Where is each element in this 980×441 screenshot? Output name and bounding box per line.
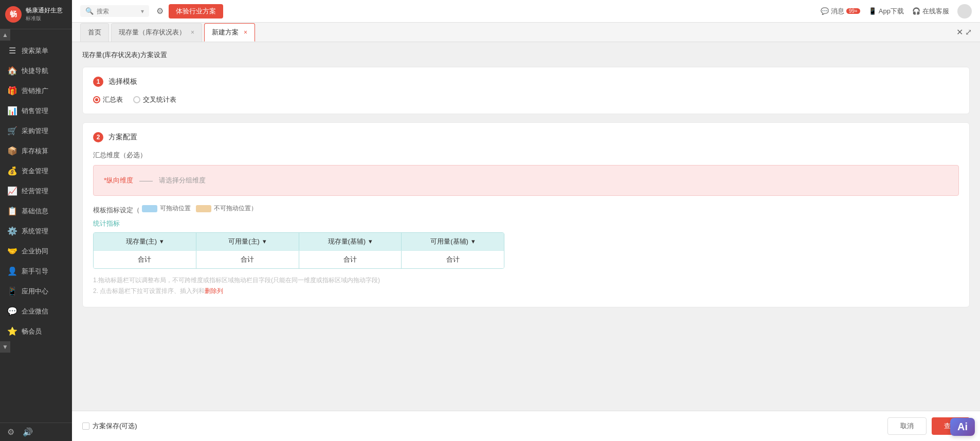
col-dropdown-2[interactable]: ▾: [369, 237, 372, 245]
radio-cross[interactable]: 交叉统计表: [133, 95, 176, 104]
search-input[interactable]: [97, 8, 138, 15]
sidebar-item-newcomer[interactable]: 👤 新手引导: [0, 261, 72, 281]
stat-table: 现存量(主) ▾ 可用量(主) ▾ 现存量(基辅) ▾ 可用量(基辅) ▾: [93, 232, 504, 269]
col-header-0[interactable]: 现存量(主) ▾: [94, 233, 196, 250]
tab-inventory[interactable]: 现存量（库存状况表） ×: [111, 23, 202, 42]
tab-new-scheme[interactable]: 新建方案 ×: [204, 23, 255, 42]
trial-button[interactable]: 体验行业方案: [169, 4, 223, 19]
system-icon: ⚙️: [7, 226, 17, 236]
dimension-placeholder: 请选择分组维度: [159, 176, 206, 185]
radio-summary[interactable]: 汇总表: [93, 95, 123, 104]
col-header-1[interactable]: 可用量(主) ▾: [196, 233, 299, 250]
app-download-item[interactable]: 📱 App下载: [868, 7, 904, 16]
sidebar-item-app-center[interactable]: 📱 应用中心: [0, 281, 72, 301]
sidebar-item-sales[interactable]: 📊 销售管理: [0, 101, 72, 121]
cell-2: 合计: [299, 251, 402, 268]
sidebar-item-system[interactable]: ⚙️ 系统管理: [0, 221, 72, 241]
online-service-label: 在线客服: [922, 7, 949, 16]
chevron-down-icon[interactable]: ▾: [141, 8, 144, 15]
topbar: 🔍 ▾ ⚙ 体验行业方案 💬 消息 99+ 📱 App下载 🎧 在线客服: [72, 0, 980, 23]
newcomer-icon: 👤: [7, 266, 17, 276]
sidebar-scroll-up[interactable]: ▲: [0, 29, 10, 41]
expand-icon[interactable]: ✕: [956, 27, 963, 37]
ai-badge-label: Ai: [957, 421, 968, 432]
cancel-button[interactable]: 取消: [887, 417, 927, 435]
col-label-3: 可用量(基辅): [430, 237, 468, 246]
sidebar-item-basic-info[interactable]: 📋 基础信息: [0, 201, 72, 221]
sidebar-label-enterprise: 企业协同: [22, 247, 48, 256]
sidebar-label-app-center: 应用中心: [22, 287, 48, 296]
sidebar-item-member[interactable]: ⭐ 畅会员: [0, 321, 72, 341]
sidebar-item-enterprise[interactable]: 🤝 企业协同: [0, 241, 72, 261]
sidebar-label-newcomer: 新手引导: [22, 267, 48, 276]
cell-0: 合计: [94, 251, 196, 268]
checkbox-box[interactable]: [82, 422, 89, 430]
sidebar-item-quick-nav[interactable]: 🏠 快捷导航: [0, 61, 72, 81]
ai-badge[interactable]: Ai: [950, 418, 975, 436]
sidebar-item-purchase[interactable]: 🛒 采购管理: [0, 121, 72, 141]
save-checkbox[interactable]: 方案保存(可选): [82, 421, 137, 431]
search-menu-icon: ☰: [7, 46, 17, 56]
step2-card: 2 方案配置 汇总维度（必选） *纵向维度 —— 请选择分组维度 模板指标设定（…: [82, 122, 970, 307]
col-label-2: 现存量(基辅): [328, 237, 366, 246]
user-avatar[interactable]: [957, 4, 972, 19]
app-center-icon: 📱: [7, 286, 17, 296]
app-download-label: App下载: [879, 7, 904, 16]
online-service-item[interactable]: 🎧 在线客服: [912, 7, 949, 16]
col-dropdown-3[interactable]: ▾: [471, 237, 475, 245]
sales-icon: 📊: [7, 106, 17, 116]
indicator-setting-label: 模板指标设定（ 可拖动位置 不可拖动位置）: [93, 204, 959, 215]
sidebar-item-marketing[interactable]: 🎁 营销推广: [0, 81, 72, 101]
draggable-legend-item: 可拖动位置: [142, 204, 191, 213]
tab-home[interactable]: 首页: [80, 23, 109, 42]
step2-number: 2: [93, 132, 103, 142]
sidebar-item-wecom[interactable]: 💬 企业微信: [0, 301, 72, 321]
sidebar-bottom: ⚙ 🔊: [0, 422, 72, 441]
sidebar-scroll-down[interactable]: ▼: [0, 341, 10, 353]
close-new-scheme-tab[interactable]: ×: [244, 29, 247, 36]
cell-value-3: 合计: [446, 255, 460, 264]
topbar-search[interactable]: 🔍 ▾: [80, 5, 149, 17]
sidebar-item-finance[interactable]: 💰 资金管理: [0, 161, 72, 181]
save-checkbox-label: 方案保存(可选): [93, 421, 137, 431]
sidebar-item-inventory[interactable]: 📦 库存核算: [0, 141, 72, 161]
marketing-icon: 🎁: [7, 86, 17, 96]
settings-icon[interactable]: ⚙: [7, 427, 14, 437]
col-header-3[interactable]: 可用量(基辅) ▾: [402, 233, 504, 250]
radio-cross-label: 交叉统计表: [143, 95, 176, 104]
col-dropdown-0[interactable]: ▾: [160, 237, 164, 245]
cell-value-0: 合计: [138, 255, 151, 264]
close-inventory-tab[interactable]: ×: [191, 29, 194, 36]
main-area: 🔍 ▾ ⚙ 体验行业方案 💬 消息 99+ 📱 App下载 🎧 在线客服: [72, 0, 980, 441]
purchase-icon: 🛒: [7, 126, 17, 136]
tab-home-label: 首页: [88, 28, 101, 37]
radio-summary-label: 汇总表: [103, 95, 123, 104]
step2-title: 方案配置: [108, 133, 137, 142]
col-dropdown-1[interactable]: ▾: [263, 237, 266, 245]
tab-inventory-label: 现存量（库存状况表）: [119, 28, 186, 37]
dimension-dash: ——: [139, 177, 153, 185]
dimension-label: 汇总维度（必选）: [93, 151, 959, 160]
inventory-icon: 📦: [7, 146, 17, 156]
radio-cross-circle: [133, 96, 140, 103]
fullscreen-icon[interactable]: ⤢: [965, 27, 972, 37]
col-header-2[interactable]: 现存量(基辅) ▾: [299, 233, 402, 250]
speaker-icon[interactable]: 🔊: [23, 427, 33, 437]
tab-new-scheme-label: 新建方案: [212, 28, 239, 37]
cell-3: 合计: [402, 251, 504, 268]
tabs-bar: 首页 现存量（库存状况表） × 新建方案 × ✕ ⤢: [72, 23, 980, 42]
content-area: 现存量(库存状况表)方案设置 1 选择模板 汇总表 交叉统计表 2: [72, 42, 980, 411]
app-version: 标准版: [26, 15, 63, 22]
sidebar-nav: ▲ ☰ 搜索菜单 🏠 快捷导航 🎁 营销推广 📊 销售管理 🛒 采购管理 📦 库…: [0, 29, 72, 422]
cell-1: 合计: [196, 251, 299, 268]
sidebar-label-sales: 销售管理: [22, 106, 48, 116]
sidebar-label-purchase: 采购管理: [22, 126, 48, 136]
sidebar-item-operations[interactable]: 📈 经营管理: [0, 181, 72, 201]
page-title: 现存量(库存状况表)方案设置: [82, 50, 970, 60]
message-item[interactable]: 💬 消息 99+: [821, 7, 860, 16]
dimension-box[interactable]: *纵向维度 —— 请选择分组维度: [93, 165, 959, 196]
cell-value-1: 合计: [241, 255, 254, 264]
sidebar-item-search-menu[interactable]: ☰ 搜索菜单: [0, 41, 72, 61]
gear-icon[interactable]: ⚙: [156, 6, 164, 16]
enterprise-icon: 🤝: [7, 246, 17, 256]
